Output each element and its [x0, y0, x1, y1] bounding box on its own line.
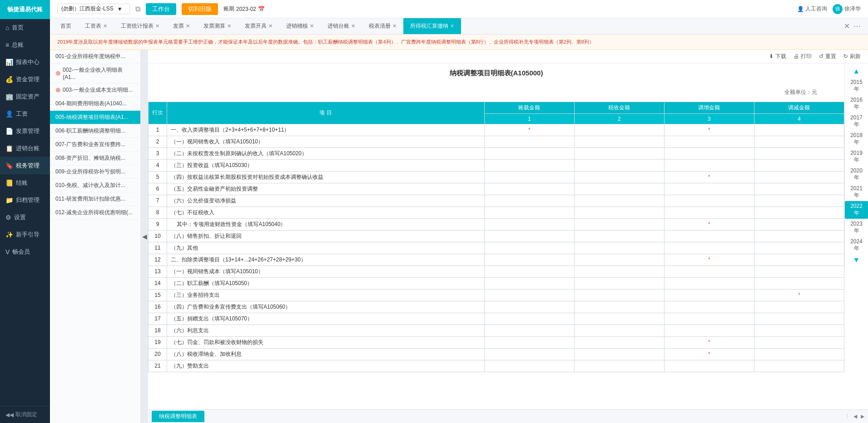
sidebar-item-inout[interactable]: 📋 进销台账 — [0, 140, 50, 157]
cell-col1-r21[interactable] — [484, 301, 574, 313]
tab-invoice[interactable]: 发票 ✕ — [166, 18, 197, 34]
sidebar-item-payroll[interactable]: 👤 工资 — [0, 105, 50, 123]
cell-col1-r17[interactable] — [484, 254, 574, 266]
cell-col1-r15[interactable] — [484, 230, 574, 242]
cell-col3-r26[interactable] — [664, 360, 754, 372]
sidebar-item-settings[interactable]: ⚙ 设置 — [0, 209, 50, 226]
sidebar-item-home[interactable]: ⌂ 首页 — [0, 19, 50, 36]
year-nav-up[interactable]: ▲ — [851, 65, 862, 77]
cell-col4-r19[interactable] — [754, 277, 844, 289]
sidebar-item-invoice-mgmt[interactable]: 📄 发票管理 — [0, 123, 50, 140]
user-service[interactable]: 👤 人工咨询 — [797, 5, 827, 13]
cell-col2-r15[interactable] — [574, 230, 664, 242]
cell-col4-r23[interactable] — [754, 325, 844, 336]
year-2020[interactable]: 2020年 — [845, 166, 868, 183]
nav-item-001[interactable]: 001-企业所得税年度纳税申... — [50, 50, 140, 64]
cell-col4-r11[interactable] — [754, 183, 844, 195]
cell-col3-r8[interactable] — [664, 148, 754, 159]
cell-col1-r16[interactable] — [484, 242, 574, 254]
sidebar-item-reports[interactable]: 📊 报表中心 — [0, 54, 50, 71]
year-2016[interactable]: 2016年 — [845, 95, 868, 113]
sidebar-item-ledger[interactable]: ≡ 总账 — [0, 36, 50, 54]
scroll-left[interactable]: ◀ — [853, 413, 857, 419]
cell-col2-r17[interactable] — [574, 254, 664, 266]
cell-col4-r15[interactable] — [754, 230, 844, 242]
nav-item-007[interactable]: 007-广告费和业务宣传费跨... — [50, 138, 140, 152]
cell-col2-r9[interactable] — [574, 159, 664, 171]
cell-col4-r20[interactable]: * — [754, 289, 844, 301]
sidebar-item-closing[interactable]: 📒 结账 — [0, 174, 50, 192]
cell-col3-r15[interactable] — [664, 230, 754, 242]
cell-col2-r11[interactable] — [574, 183, 664, 195]
cell-col3-r19[interactable] — [664, 277, 754, 289]
tab-close-all[interactable]: ✕ — [844, 22, 850, 30]
tab-payroll-stats-close[interactable]: ✕ — [155, 23, 159, 29]
cell-col2-r7[interactable] — [574, 136, 664, 148]
cell-col3-r21[interactable] — [664, 301, 754, 313]
cell-col3-r22[interactable] — [664, 313, 754, 325]
cell-col1-r12[interactable] — [484, 195, 574, 207]
cell-col3-r24[interactable]: * — [664, 336, 754, 348]
back-button[interactable]: 切到旧版 — [182, 3, 218, 15]
cell-col2-r20[interactable] — [574, 289, 664, 301]
cell-col2-r24[interactable] — [574, 336, 664, 348]
tab-income-tax-close[interactable]: ✕ — [450, 23, 454, 29]
cell-col3-r6[interactable]: * — [664, 124, 754, 136]
tab-invoice-issue[interactable]: 发票开具 ✕ — [238, 18, 279, 34]
nav-item-005[interactable]: 005-纳税调整项目明细表(A1... — [50, 111, 140, 124]
download-button[interactable]: ⬇ 下载 — [769, 53, 786, 60]
cell-col3-r20[interactable] — [664, 289, 754, 301]
cell-col1-r13[interactable] — [484, 207, 574, 218]
cell-col1-r23[interactable] — [484, 325, 574, 336]
cell-col1-r9[interactable] — [484, 159, 574, 171]
cell-col3-r25[interactable]: * — [664, 348, 754, 360]
cell-col2-r25[interactable] — [574, 348, 664, 360]
cell-col4-r18[interactable] — [754, 266, 844, 277]
year-2015[interactable]: 2015年 — [845, 77, 868, 95]
scroll-right[interactable]: ▶ — [861, 413, 864, 419]
cell-col2-r16[interactable] — [574, 242, 664, 254]
cell-col2-r13[interactable] — [574, 207, 664, 218]
tab-inout-check-close[interactable]: ✕ — [310, 23, 314, 29]
sidebar-item-archive[interactable]: 📁 归档管理 — [0, 192, 50, 209]
nav-item-009[interactable]: 009-企业所得税弥补亏损明... — [50, 165, 140, 179]
cell-col1-r22[interactable] — [484, 313, 574, 325]
cell-col2-r21[interactable] — [574, 301, 664, 313]
tab-invoice-calc-close[interactable]: ✕ — [227, 23, 231, 29]
cell-col1-r25[interactable] — [484, 348, 574, 360]
tab-more[interactable]: ⋯ — [853, 22, 861, 30]
cell-col1-r20[interactable] — [484, 289, 574, 301]
cell-col3-r17[interactable]: * — [664, 254, 754, 266]
copy-icon[interactable]: ⧉ — [135, 5, 140, 13]
year-2017[interactable]: 2017年 — [845, 113, 868, 130]
cell-col3-r13[interactable] — [664, 207, 754, 218]
year-2021[interactable]: 2021年 — [845, 183, 868, 201]
nav-item-002[interactable]: ⊗ 002-一般企业收入明细表(A1... — [50, 64, 140, 84]
tab-invoice-issue-close[interactable]: ✕ — [268, 23, 273, 29]
cell-col4-r21[interactable] — [754, 301, 844, 313]
cell-col3-r23[interactable] — [664, 325, 754, 336]
tab-payroll-stats[interactable]: 工资统计报表 ✕ — [114, 18, 166, 34]
cell-col3-r11[interactable] — [664, 183, 754, 195]
nav-item-006[interactable]: 006-职工薪酬纳税调整明细... — [50, 124, 140, 138]
cell-col2-r12[interactable] — [574, 195, 664, 207]
cell-col2-r23[interactable] — [574, 325, 664, 336]
tab-inout-check[interactable]: 进销稽核 ✕ — [279, 18, 321, 34]
cell-col2-r19[interactable] — [574, 277, 664, 289]
cell-col3-r9[interactable] — [664, 159, 754, 171]
cell-col2-r6[interactable] — [574, 124, 664, 136]
cell-col2-r14[interactable] — [574, 218, 664, 230]
year-2024[interactable]: 2024年 — [845, 236, 868, 254]
cell-col2-r26[interactable] — [574, 360, 664, 372]
nav-item-003[interactable]: ⊗ 003-一般企业成本支出明细... — [50, 84, 140, 97]
sidebar-item-member[interactable]: V 畅会员 — [0, 243, 50, 261]
calendar-icon[interactable]: 📅 — [258, 6, 265, 12]
tab-inout-ledger-close[interactable]: ✕ — [351, 23, 355, 29]
nav-item-008[interactable]: 008-资产折旧、摊销及纳税... — [50, 152, 140, 165]
cell-col1-r10[interactable] — [484, 171, 574, 183]
cell-col4-r9[interactable] — [754, 159, 844, 171]
cell-col2-r22[interactable] — [574, 313, 664, 325]
cell-col4-r7[interactable] — [754, 136, 844, 148]
cell-col3-r12[interactable] — [664, 195, 754, 207]
sidebar-item-funds[interactable]: 💰 资金管理 — [0, 71, 50, 88]
